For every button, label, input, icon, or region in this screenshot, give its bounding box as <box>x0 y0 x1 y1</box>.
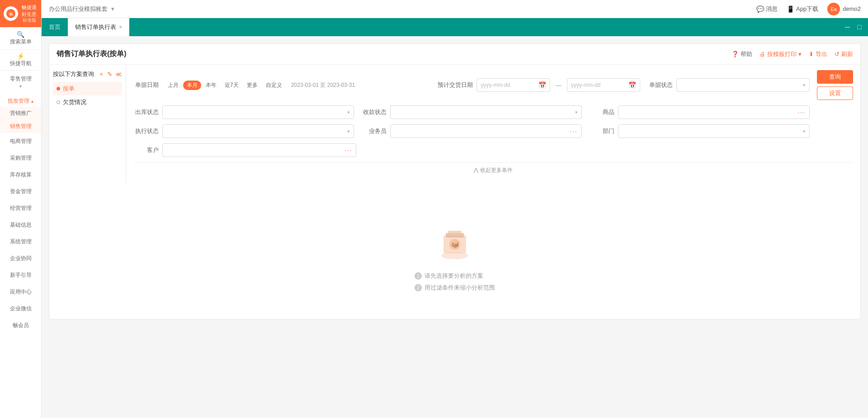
exec-status-dropdown[interactable]: ▾ <box>162 124 354 138</box>
order-status-label: 单据状态 <box>647 81 673 89</box>
order-status-dropdown[interactable]: ▾ <box>676 78 810 92</box>
date-tab-7days[interactable]: 近7天 <box>221 81 242 90</box>
filter-field-exec-status: 执行状态 ▾ <box>133 124 354 138</box>
refresh-icon: ↺ <box>835 51 840 57</box>
delivery-status-dropdown[interactable]: ▾ <box>162 105 354 119</box>
sidebar-sub-sales[interactable]: 销售管理 <box>0 120 41 133</box>
tab-home[interactable]: 首页 <box>42 18 68 36</box>
inactive-dot <box>57 100 60 104</box>
print-icon: 🖨 <box>760 51 765 57</box>
settings-button[interactable]: 设置 <box>817 86 853 100</box>
empty-hint-2: 2 用过滤条件来缩小分析范围 <box>415 284 495 292</box>
dept-chevron: ▾ <box>803 128 806 134</box>
date-tab-prev-month[interactable]: 上月 <box>164 81 182 90</box>
avatar: Ea <box>827 3 840 15</box>
tab-bar: 首页 销售订单执行表 × ─ □ <box>42 18 868 36</box>
sidebar-item-wholesale[interactable]: 批发管理 ▴ <box>0 94 41 107</box>
chevron-down-icon: ▾ <box>19 84 22 89</box>
top-header: 办公用品行业模拟账套 ▾ 💬 消息 📱 App下载 Ea demo2 <box>42 0 868 18</box>
sidebar-item-collab[interactable]: 企业协同 <box>0 250 41 267</box>
message-action[interactable]: 💬 消息 <box>756 5 778 13</box>
scheme-item-0[interactable]: 按单 <box>53 82 122 95</box>
svg-text:畅: 畅 <box>9 12 13 16</box>
filter-field-dept: 部门 ▾ <box>589 124 810 138</box>
empty-hint-1: 1 请先选择要分析的方案 <box>415 272 483 280</box>
print-button[interactable]: 🖨 按模板打印 ▾ <box>760 50 802 58</box>
sidebar-quicknav[interactable]: ⚡ 快捷导航 <box>0 50 41 71</box>
app-logo: 畅 畅捷通好生意 标准版 <box>0 0 41 27</box>
salesperson-input[interactable]: ··· <box>390 124 582 138</box>
tab-maximize-icon[interactable]: □ <box>854 21 864 33</box>
filter-field-customer: 客户 ··· <box>133 143 356 157</box>
add-scheme-icon[interactable]: ＋ <box>98 70 104 78</box>
sidebar-item-wechat[interactable]: 企业微信 <box>0 300 41 317</box>
sidebar-item-inventory[interactable]: 库存核算 <box>0 166 41 183</box>
edit-scheme-icon[interactable]: ✎ <box>107 71 113 78</box>
receipt-status-dropdown[interactable]: ▾ <box>390 105 582 119</box>
customer-input[interactable]: ··· <box>162 143 356 157</box>
logo-icon: 畅 <box>4 6 18 21</box>
page-title-actions: ❓ 帮助 🖨 按模板打印 ▾ ⬇ 导出 ↺ 刷新 <box>731 50 853 58</box>
query-button[interactable]: 查询 <box>817 70 853 84</box>
tab-minimize-icon[interactable]: ─ <box>842 21 853 33</box>
receipt-status-chevron: ▾ <box>575 109 578 115</box>
dept-label: 部门 <box>589 127 614 135</box>
page-title: 销售订单执行表(按单) <box>57 49 127 59</box>
delivery-date-end[interactable]: yyyy-mm-dd 📅 <box>567 78 641 92</box>
empty-state: 📦 1 请先选择要分析的方案 2 用过滤条件来缩小分析范围 <box>49 183 860 319</box>
sidebar-item-member[interactable]: 畅会员 <box>0 317 41 334</box>
main-content: 办公用品行业模拟账套 ▾ 💬 消息 📱 App下载 Ea demo2 首页 <box>42 0 868 418</box>
date-tab-current-month[interactable]: 本月 <box>183 81 201 90</box>
date-tab-current-year[interactable]: 本年 <box>202 81 220 90</box>
calendar-icon-end: 📅 <box>628 81 636 89</box>
export-button[interactable]: ⬇ 导出 <box>809 50 827 58</box>
scheme-item-1[interactable]: 欠货情况 <box>53 95 122 109</box>
product-input[interactable]: ··· <box>618 105 810 119</box>
help-button[interactable]: ❓ 帮助 <box>731 50 752 58</box>
filter-field-delivery-status: 出库状态 ▾ <box>133 105 354 119</box>
delivery-date-start[interactable]: yyyy-mm-dd 📅 <box>476 78 550 92</box>
breadcrumb-arrow[interactable]: ▾ <box>111 5 114 12</box>
sidebar-item-newbie[interactable]: 新手引导 <box>0 267 41 284</box>
filter-area: 按以下方案查询 ＋ ✎ ≪ 按单 欠货情况 <box>49 65 860 183</box>
filter-sidebar: 按以下方案查询 ＋ ✎ ≪ 按单 欠货情况 <box>49 65 126 183</box>
sidebar-item-system[interactable]: 系统管理 <box>0 233 41 250</box>
sidebar-item-purchase[interactable]: 采购管理 <box>0 150 41 166</box>
product-dots-icon: ··· <box>797 109 806 116</box>
filter-sidebar-icons: ＋ ✎ ≪ <box>98 70 122 78</box>
date-tab-more[interactable]: 更多 <box>243 81 261 90</box>
tab-sales-order-exec[interactable]: 销售订单执行表 × <box>68 18 129 36</box>
print-arrow-icon: ▾ <box>798 51 802 57</box>
sidebar-item-retail[interactable]: 零售管理 ▾ <box>0 71 41 94</box>
sidebar-item-appcenter[interactable]: 应用中心 <box>0 284 41 300</box>
salesperson-label: 业务员 <box>361 127 387 135</box>
filter-row-3: 执行状态 ▾ 业务员 ··· <box>133 124 853 138</box>
app-download-action[interactable]: 📱 App下载 <box>787 5 818 13</box>
svg-rect-5 <box>448 231 462 235</box>
collapse-scheme-icon[interactable]: ≪ <box>115 71 122 78</box>
filter-actions: 查询 设置 <box>817 70 853 100</box>
tab-close-icon[interactable]: × <box>119 24 122 30</box>
refresh-button[interactable]: ↺ 刷新 <box>835 50 853 58</box>
sidebar-sub-yingxiao[interactable]: 营销推广 <box>0 107 41 120</box>
download-icon: 📱 <box>787 5 794 13</box>
customer-label: 客户 <box>133 146 159 154</box>
breadcrumb-text: 办公用品行业模拟账套 <box>49 5 108 13</box>
sidebar-item-operations[interactable]: 经营管理 <box>0 200 41 217</box>
sidebar-item-basic[interactable]: 基础信息 <box>0 217 41 233</box>
date-label: 单据日期 <box>133 81 159 89</box>
sidebar-item-ecommerce[interactable]: 电商管理 <box>0 133 41 150</box>
dept-dropdown[interactable]: ▾ <box>618 124 810 138</box>
sidebar-item-finance[interactable]: 资金管理 <box>0 183 41 200</box>
collapse-bar[interactable]: ⋀ 收起更多条件 <box>133 162 853 178</box>
empty-text: 1 请先选择要分析的方案 2 用过滤条件来缩小分析范围 <box>415 272 495 292</box>
chevron-up-icon: ▴ <box>31 99 33 104</box>
delivery-status-label: 出库状态 <box>133 108 159 116</box>
sidebar: 畅 畅捷通好生意 标准版 🔍 搜索菜单 ⚡ 快捷导航 零售管理 ▾ 批发管理 ▴… <box>0 0 42 418</box>
filter-field-delivery-date: 预计交货日期 yyyy-mm-dd 📅 — yyyy-mm-dd 📅 <box>438 78 640 92</box>
page-card: 销售订单执行表(按单) ❓ 帮助 🖨 按模板打印 ▾ ⬇ 导出 <box>49 43 861 319</box>
sidebar-search[interactable]: 🔍 搜索菜单 <box>0 27 41 50</box>
receipt-status-label: 收款状态 <box>361 108 387 116</box>
date-tab-custom[interactable]: 自定义 <box>262 81 286 90</box>
user-profile[interactable]: Ea demo2 <box>827 3 861 15</box>
